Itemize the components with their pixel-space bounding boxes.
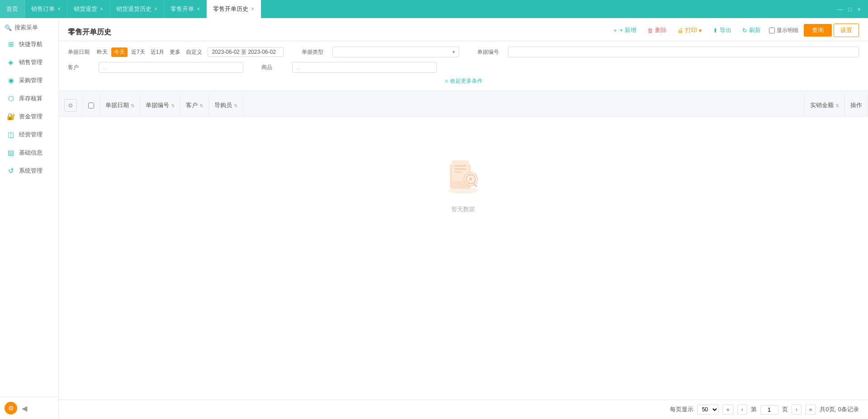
date-range-input[interactable] xyxy=(208,47,284,57)
th-doc-no[interactable]: 单据编号 ⇅ xyxy=(140,94,180,117)
sidebar-item-system[interactable]: ↺ 系统管理 xyxy=(0,162,58,180)
close-tab-sales-return[interactable]: × xyxy=(100,6,103,12)
filter-row-1: 单据日期 昨天 今天 近7天 近1月 更多 自定义 单据类型 ▾ 单据编号 xyxy=(68,47,859,57)
sidebar-gear-button[interactable]: ⚙ xyxy=(5,402,17,414)
select-all-checkbox[interactable] xyxy=(88,103,94,108)
sidebar-item-basic-info[interactable]: ▤ 基础信息 xyxy=(0,144,58,162)
data-table: ⚙ 单据日期 ⇅ xyxy=(59,94,868,250)
empty-state: 暂无数据 xyxy=(59,117,868,250)
th-amount[interactable]: 实销金额 ⇅ xyxy=(805,94,845,117)
filter-row-2: 客户 ... 商品 ... xyxy=(68,62,859,73)
customer-input[interactable]: ... xyxy=(99,62,243,73)
tab-retail-open[interactable]: 零售开单 × xyxy=(164,0,207,18)
first-page-button[interactable]: « xyxy=(722,405,734,414)
search-icon: 🔍 xyxy=(5,24,12,31)
sidebar-item-sales-mgmt[interactable]: ◈ 销售管理 xyxy=(0,53,58,71)
customer-placeholder: ... xyxy=(103,64,107,71)
operations-icon: ◫ xyxy=(6,130,15,139)
svg-point-9 xyxy=(470,178,473,181)
doc-type-select[interactable]: ▾ xyxy=(332,47,459,57)
last-page-button[interactable]: » xyxy=(805,405,816,414)
customer-label: 客户 xyxy=(68,64,95,71)
sort-doc-no-icon: ⇅ xyxy=(171,103,175,108)
add-button[interactable]: + + 新增 xyxy=(609,24,641,36)
refresh-icon: ↻ xyxy=(742,27,747,34)
doc-no-label: 单据编号 xyxy=(477,48,504,56)
sidebar-item-operations[interactable]: ◫ 经营管理 xyxy=(0,126,58,144)
goods-placeholder: ... xyxy=(296,64,301,71)
sidebar-item-purchase-mgmt[interactable]: ◉ 采购管理 xyxy=(0,71,58,89)
system-icon: ↺ xyxy=(6,166,15,175)
th-actions: 操作 xyxy=(845,94,868,117)
date-opt-today[interactable]: 今天 xyxy=(111,47,128,57)
print-dropdown-icon: ▾ xyxy=(699,27,702,34)
th-doc-date[interactable]: 单据日期 ⇅ xyxy=(100,94,140,117)
empty-icon xyxy=(441,153,486,198)
export-button[interactable]: ⬆ 导出 xyxy=(708,24,736,36)
display-detail-checkbox[interactable] xyxy=(769,28,775,33)
quick-nav-icon: ⊞ xyxy=(6,40,15,49)
th-checkbox xyxy=(83,94,100,117)
close-tab-retail-open[interactable]: × xyxy=(197,6,200,12)
date-opt-yesterday[interactable]: 昨天 xyxy=(95,47,109,57)
date-label: 单据日期 xyxy=(68,48,95,56)
delete-icon: 🗑 xyxy=(647,27,653,34)
prev-page-button[interactable]: ‹ xyxy=(737,405,747,414)
page-title: 零售开单历史 xyxy=(68,28,111,37)
content-area: 零售开单历史 + + 新增 🗑 删除 🖨 打印 ▾ ⬆ 导出 xyxy=(59,18,868,419)
inventory-icon: ⬡ xyxy=(6,94,15,103)
th-customer[interactable]: 客户 ⇅ xyxy=(180,94,209,117)
doc-type-dropdown-icon: ▾ xyxy=(452,49,455,55)
print-button[interactable]: 🖨 打印 ▾ xyxy=(673,24,707,36)
refresh-button[interactable]: ↻ 刷新 xyxy=(738,24,765,36)
sort-doc-date-icon: ⇅ xyxy=(131,103,134,108)
th-settings: ⚙ xyxy=(59,94,83,117)
close-tab-retail-history[interactable]: × xyxy=(251,6,254,12)
empty-row: 暂无数据 xyxy=(59,117,868,250)
date-opt-7days[interactable]: 近7天 xyxy=(129,47,147,57)
goods-input[interactable]: ... xyxy=(292,62,437,73)
tab-sales-order[interactable]: 销售订单 × xyxy=(25,0,67,18)
doc-type-label: 单据类型 xyxy=(302,48,329,56)
sidebar-item-inventory[interactable]: ⬡ 库存核算 xyxy=(0,89,58,108)
sidebar-item-quick-nav[interactable]: ⊞ 快捷导航 xyxy=(0,35,58,53)
tab-sales-return-history[interactable]: 销货退货历史 × xyxy=(110,0,164,18)
close-tab-sales-order[interactable]: × xyxy=(57,6,61,12)
sidebar-collapse-button[interactable]: ◀ xyxy=(22,404,27,413)
next-page-button[interactable]: › xyxy=(792,405,802,414)
table-body: 暂无数据 xyxy=(59,117,868,250)
delete-button[interactable]: 🗑 删除 xyxy=(643,24,671,36)
sidebar-search[interactable]: 🔍 搜索采单 xyxy=(0,18,58,35)
page-header: 零售开单历史 + + 新增 🗑 删除 🖨 打印 ▾ ⬆ 导出 xyxy=(59,18,868,41)
goods-label: 商品 xyxy=(261,64,289,71)
sidebar-bottom: ⚙ ◀ xyxy=(0,397,58,419)
toolbar: + + 新增 🗑 删除 🖨 打印 ▾ ⬆ 导出 ↻ xyxy=(609,24,859,41)
basic-info-icon: ▤ xyxy=(6,148,15,157)
page-size-select[interactable]: 50 xyxy=(697,405,719,414)
tab-retail-history[interactable]: 零售开单历史 × xyxy=(207,0,261,18)
display-detail-toggle[interactable]: 显示明细 xyxy=(769,27,798,34)
doc-no-input[interactable] xyxy=(508,47,859,57)
collapse-more-btn[interactable]: ∧ 收起更多条件 xyxy=(68,77,859,85)
table-settings-icon[interactable]: ⚙ xyxy=(64,99,77,112)
empty-text: 暂无数据 xyxy=(451,205,475,213)
tab-home[interactable]: 首页 xyxy=(0,0,25,18)
finance-icon: 🔐 xyxy=(6,112,15,121)
page-number-input[interactable] xyxy=(760,405,778,414)
window-minimize[interactable]: — xyxy=(837,6,843,13)
window-close[interactable]: × xyxy=(857,6,861,13)
sidebar-item-finance[interactable]: 🔐 资金管理 xyxy=(0,108,58,126)
window-maximize[interactable]: □ xyxy=(849,6,852,13)
date-opt-more[interactable]: 更多 xyxy=(168,47,182,57)
close-tab-sales-return-history[interactable]: × xyxy=(154,6,157,12)
sort-guide-icon: ⇅ xyxy=(234,103,237,108)
query-button[interactable]: 查询 xyxy=(804,24,832,37)
export-icon: ⬆ xyxy=(713,27,718,34)
date-opt-1month[interactable]: 近1月 xyxy=(149,47,166,57)
settings-button[interactable]: 设置 xyxy=(834,24,859,37)
date-opt-custom[interactable]: 自定义 xyxy=(184,47,204,57)
sales-mgmt-icon: ◈ xyxy=(6,58,15,67)
th-spacer xyxy=(243,94,805,117)
th-guide[interactable]: 导购员 ⇅ xyxy=(209,94,243,117)
tab-sales-return[interactable]: 销货退货 × xyxy=(67,0,110,18)
